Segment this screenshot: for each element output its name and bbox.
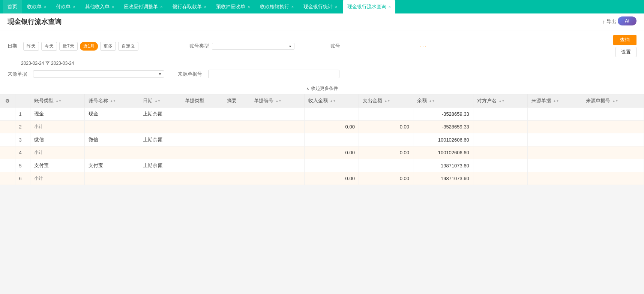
collection-exec-label: 收款核销执行: [260, 3, 289, 10]
table-cell: [527, 107, 582, 121]
page-title: 现金银行流水查询: [8, 17, 62, 26]
table-cell: [181, 172, 223, 185]
settings-button[interactable]: 设置: [615, 47, 636, 57]
table-cell: 0.00: [304, 172, 359, 185]
filter-buttons: 查询 设置: [613, 35, 636, 57]
nav-tab-other-income[interactable]: 其他收入单 ×: [81, 0, 119, 13]
date-btn-yesterday[interactable]: 昨天: [23, 42, 39, 51]
nav-tab-payment[interactable]: 付款单 ×: [51, 0, 80, 13]
export-button[interactable]: ↑ 导出: [602, 18, 616, 25]
table-cell: [473, 159, 527, 172]
source-doc-no-label: 来源单据号: [178, 71, 202, 78]
home-label: 首页: [8, 3, 17, 10]
table-cell: [250, 133, 304, 146]
table-cell: [181, 159, 223, 172]
query-button[interactable]: 查询: [613, 35, 636, 45]
collapse-bar[interactable]: ∧ 收起更多条件: [0, 83, 644, 94]
table-cell: 1: [15, 107, 30, 121]
sort-balance-icon: ▲▼: [429, 100, 435, 103]
account-type-select[interactable]: ▾: [212, 43, 294, 50]
account-filter-label: 账号: [330, 43, 340, 49]
col-expense-header[interactable]: 支出金额 ▲▼: [359, 94, 413, 107]
table-cell: [250, 146, 304, 159]
col-income-header[interactable]: 收入金额 ▲▼: [304, 94, 359, 107]
nav-tab-cash-bank-stat[interactable]: 现金银行统计 ×: [299, 0, 342, 13]
date-btn-custom[interactable]: 自定义: [118, 42, 138, 51]
table-cell: [223, 172, 250, 185]
table-cell: [582, 159, 644, 172]
date-btn-today[interactable]: 今天: [41, 42, 57, 51]
table-cell: 小计: [30, 121, 84, 133]
table-cell: [304, 107, 359, 121]
table-cell: [84, 172, 139, 185]
gear-icon[interactable]: ⚙: [5, 98, 10, 104]
source-doc-select[interactable]: ▾: [33, 70, 164, 78]
col-source-doc-no-header[interactable]: 来源单据号 ▲▼: [582, 94, 644, 107]
col-account-type-header[interactable]: 账号类型 ▲▼: [30, 94, 84, 107]
table-cell: [473, 121, 527, 133]
close-collection-exec-icon[interactable]: ×: [291, 4, 294, 9]
table-cell: 小计: [30, 146, 84, 159]
table-cell: 上期余额: [139, 107, 181, 121]
date-btn-1month[interactable]: 近1月: [80, 42, 98, 51]
close-other-income-icon[interactable]: ×: [112, 4, 114, 9]
col-date-header[interactable]: 日期 ▲▼: [139, 94, 181, 107]
date-btn-more[interactable]: 更多: [100, 42, 116, 51]
nav-tab-bank-deposit[interactable]: 银行存取款单 ×: [168, 0, 211, 13]
table-row: 2小计0.000.00-3528659.33: [0, 121, 644, 133]
col-doc-no-header[interactable]: 单据编号 ▲▼: [250, 94, 304, 107]
table-cell: [359, 133, 413, 146]
close-prepayment-icon[interactable]: ×: [248, 4, 250, 9]
table-cell: [582, 146, 644, 159]
table-cell: [304, 159, 359, 172]
table-cell: 小计: [30, 172, 84, 185]
table-cell: [250, 159, 304, 172]
table-body: 1现金现金上期余额-3528659.332小计0.000.00-3528659.…: [0, 107, 644, 185]
filter-row-1: 日期 昨天 今天 近7天 近1月 更多 自定义 账号类型 ▾ 账号 ···: [8, 35, 636, 57]
table-cell: [223, 159, 250, 172]
col-counterparty-header[interactable]: 对方户名 ▲▼: [473, 94, 527, 107]
nav-tab-collection-exec[interactable]: 收款核销执行 ×: [255, 0, 298, 13]
table-cell: [84, 146, 139, 159]
col-settings-header[interactable]: ⚙: [0, 94, 15, 107]
table-row: 1现金现金上期余额-3528659.33: [0, 107, 644, 121]
sort-doc-no-icon: ▲▼: [275, 100, 281, 103]
col-doc-type-header: 单据类型: [181, 94, 223, 107]
table-container: ⚙ 账号类型 ▲▼ 账号名称 ▲▼ 日期 ▲▼ 单据类型 摘要 单: [0, 94, 644, 185]
account-dots-button[interactable]: ···: [420, 43, 427, 49]
table-cell: -3528659.33: [413, 121, 473, 133]
table-cell: [527, 146, 582, 159]
close-cash-bank-flow-icon[interactable]: ×: [389, 4, 391, 9]
nav-tab-ap-adjust[interactable]: 应收应付调整单 ×: [119, 0, 167, 13]
source-doc-no-input[interactable]: [208, 70, 339, 78]
nav-tab-cash-bank-flow[interactable]: 现金银行流水查询 ×: [343, 0, 395, 13]
col-account-name-header[interactable]: 账号名称 ▲▼: [84, 94, 139, 107]
table-cell: 3: [15, 133, 30, 146]
close-payment-icon[interactable]: ×: [73, 4, 75, 9]
close-cash-bank-stat-icon[interactable]: ×: [335, 4, 337, 9]
table-cell: [359, 107, 413, 121]
col-source-doc-header[interactable]: 来源单据 ▲▼: [527, 94, 582, 107]
table-cell: [582, 121, 644, 133]
close-bank-deposit-icon[interactable]: ×: [204, 4, 206, 9]
sort-date-icon: ▲▼: [155, 100, 161, 103]
date-btn-7days[interactable]: 近7天: [59, 42, 78, 51]
close-ap-adjust-icon[interactable]: ×: [160, 4, 162, 9]
col-balance-header[interactable]: 余额 ▲▼: [413, 94, 473, 107]
nav-tab-prepayment[interactable]: 预收冲应收单 ×: [212, 0, 254, 13]
close-receipt-icon[interactable]: ×: [44, 4, 46, 9]
receipt-label: 收款单: [27, 3, 42, 10]
table-cell: [473, 133, 527, 146]
table-cell: [181, 133, 223, 146]
account-input[interactable]: [343, 43, 418, 49]
ai-badge[interactable]: Ai: [618, 16, 636, 25]
nav-tab-home[interactable]: 首页: [3, 0, 22, 13]
table-cell: [582, 133, 644, 146]
table-cell: [359, 159, 413, 172]
table-cell: [0, 133, 15, 146]
nav-tab-receipt[interactable]: 收款单 ×: [23, 0, 51, 13]
table-cell: [181, 107, 223, 121]
table-cell: 0.00: [359, 146, 413, 159]
date-range-text: 2023-02-24 至 2023-03-24: [21, 61, 74, 66]
table-cell: [223, 107, 250, 121]
